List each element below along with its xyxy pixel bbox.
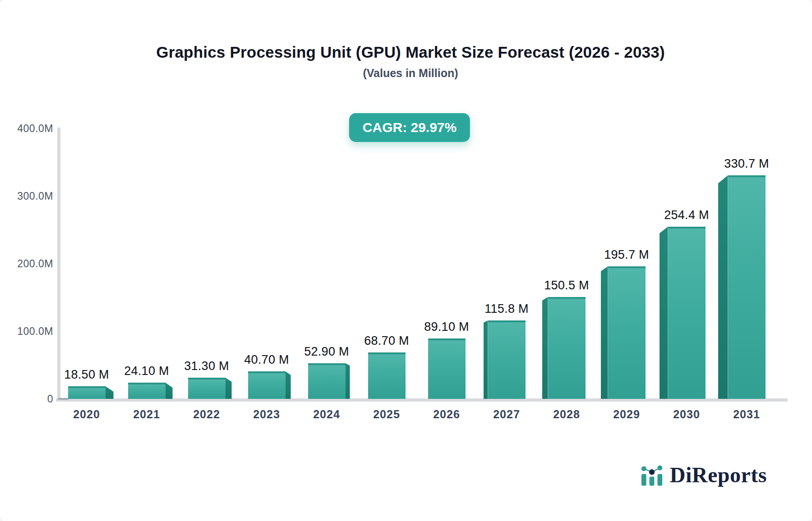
- bar-side-face: [542, 297, 548, 399]
- x-tick-label-2024: 2024: [313, 408, 340, 421]
- bar-2020[interactable]: [68, 386, 114, 399]
- bar-value-label: 195.7 M: [604, 248, 649, 262]
- bar-2026[interactable]: [428, 338, 466, 399]
- bar-value-label: 68.70 M: [364, 334, 409, 348]
- x-tick-label-2030: 2030: [673, 408, 700, 421]
- x-tick-label-2026: 2026: [433, 408, 460, 421]
- bar-face: [668, 227, 706, 399]
- y-tick-label: 300.0M: [0, 190, 53, 202]
- chart-canvas: Graphics Processing Unit (GPU) Market Si…: [0, 0, 812, 521]
- plot-area: 400.0M300.0M200.0M100.0M0 18.50 M24.10 M…: [0, 0, 812, 521]
- bar-value-label: 150.5 M: [544, 279, 589, 292]
- bar-face: [128, 383, 166, 399]
- bar-side-face: [346, 363, 350, 399]
- bar-2025[interactable]: [368, 352, 406, 399]
- bar-face: [488, 320, 526, 399]
- y-tick-label: 200.0M: [0, 258, 53, 270]
- bar-face: [428, 338, 466, 399]
- bar-value-label: 89.10 M: [424, 320, 469, 334]
- bar-side-face: [718, 175, 728, 399]
- bar-2022[interactable]: [188, 378, 232, 399]
- x-tick-label-2027: 2027: [493, 408, 520, 421]
- x-tick-label-2023: 2023: [253, 408, 280, 421]
- x-tick-label-2031: 2031: [733, 408, 760, 421]
- bar-2031[interactable]: [718, 175, 766, 399]
- direports-logo: DiReports: [640, 462, 767, 487]
- y-axis-line: [57, 128, 60, 402]
- x-tick-label-2025: 2025: [373, 408, 400, 421]
- bar-side-face: [484, 320, 488, 399]
- bar-chart-logo-icon: [640, 463, 666, 487]
- bar-2021[interactable]: [128, 383, 173, 399]
- bar-2028[interactable]: [542, 297, 586, 399]
- bar-face: [548, 297, 586, 399]
- logo-text: DiReports: [670, 462, 767, 487]
- bar-value-label: 40.70 M: [244, 353, 289, 367]
- bar-value-label: 18.50 M: [64, 368, 109, 382]
- y-tick-label: 0: [0, 393, 53, 405]
- bar-face: [188, 378, 226, 399]
- bar-face: [608, 266, 646, 399]
- x-tick-label-2029: 2029: [613, 408, 640, 421]
- bar-value-label: 31.30 M: [184, 359, 229, 373]
- bar-value-label: 254.4 M: [664, 208, 709, 222]
- bar-side-face: [166, 383, 173, 399]
- x-tick-label-2020: 2020: [73, 408, 100, 421]
- x-tick-label-2021: 2021: [133, 408, 160, 421]
- x-tick-label-2022: 2022: [193, 408, 220, 421]
- x-tick-label-2028: 2028: [553, 408, 580, 421]
- bar-side-face: [601, 266, 608, 399]
- bar-face: [308, 363, 346, 399]
- bar-2024[interactable]: [308, 363, 350, 399]
- bar-value-label: 330.7 M: [724, 157, 769, 171]
- bar-2027[interactable]: [484, 320, 526, 399]
- bar-face: [248, 371, 286, 399]
- bar-value-label: 24.10 M: [124, 364, 169, 378]
- bar-2029[interactable]: [601, 266, 646, 399]
- bar-side-face: [660, 227, 668, 399]
- bar-face: [728, 175, 766, 399]
- bar-value-label: 115.8 M: [484, 302, 529, 316]
- bar-face: [68, 386, 106, 399]
- bar-side-face: [226, 378, 232, 399]
- bar-face: [368, 352, 406, 399]
- x-axis-line: [56, 398, 788, 402]
- bar-side-face: [286, 371, 291, 399]
- bar-2030[interactable]: [660, 227, 706, 399]
- bar-2023[interactable]: [248, 371, 291, 399]
- bar-side-face: [106, 386, 114, 399]
- y-tick-label: 100.0M: [0, 325, 53, 338]
- y-tick-label: 400.0M: [0, 123, 53, 135]
- bar-value-label: 52.90 M: [304, 345, 349, 359]
- zero-tick-mark: [58, 398, 69, 400]
